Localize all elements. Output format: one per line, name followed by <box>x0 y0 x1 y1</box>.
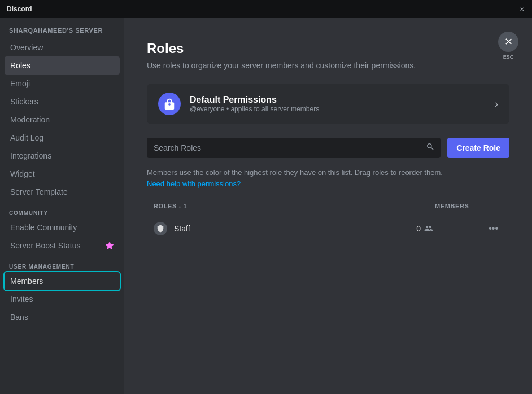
sidebar-item-invites[interactable]: Invites <box>5 290 120 308</box>
close-button[interactable]: ✕ <box>498 32 518 52</box>
search-wrapper <box>147 138 441 158</box>
sidebar-item-moderation[interactable]: Moderation <box>5 111 120 129</box>
maximize-button[interactable]: □ <box>507 6 514 12</box>
page-title: Roles <box>147 41 509 56</box>
sidebar-item-overview[interactable]: Overview <box>5 38 120 56</box>
sidebar: SHARQAHAMEED'S SERVER Overview Roles Emo… <box>0 18 124 394</box>
permissions-icon <box>158 93 181 115</box>
sidebar-item-members[interactable]: Members <box>5 272 120 290</box>
app-title: Discord <box>7 5 32 13</box>
esc-label: ESC <box>503 54 514 60</box>
minimize-button[interactable]: — <box>496 6 503 12</box>
sidebar-section-user-management: USER MANAGEMENT <box>5 255 120 272</box>
role-more-button[interactable]: ••• <box>484 221 503 236</box>
chevron-right-icon: › <box>495 98 498 110</box>
sidebar-item-bans[interactable]: Bans <box>5 308 120 326</box>
permissions-title: Default Permissions <box>190 95 495 105</box>
app-body: SHARQAHAMEED'S SERVER Overview Roles Emo… <box>0 18 532 394</box>
close-window-button[interactable]: ✕ <box>518 6 525 12</box>
default-permissions-card[interactable]: Default Permissions @everyone • applies … <box>147 84 509 124</box>
sidebar-item-server-boost-status[interactable]: Server Boost Status <box>5 237 120 255</box>
sidebar-item-roles[interactable]: Roles <box>5 56 120 75</box>
title-bar: Discord — □ ✕ <box>0 0 532 18</box>
roles-column-header: ROLES - 1 <box>154 203 435 209</box>
sidebar-item-enable-community[interactable]: Enable Community <box>5 218 120 237</box>
create-role-button[interactable]: Create Role <box>447 138 509 158</box>
toolbar-row: Create Role <box>147 138 509 158</box>
sidebar-item-server-template[interactable]: Server Template <box>5 183 120 201</box>
roles-table-header: ROLES - 1 MEMBERS <box>147 203 509 214</box>
close-button-wrapper: ✕ ESC <box>498 32 518 60</box>
permissions-help-link[interactable]: Need help with permissions? <box>147 180 241 188</box>
sidebar-item-audit-log[interactable]: Audit Log <box>5 129 120 147</box>
search-input[interactable] <box>147 138 441 158</box>
server-name: SHARQAHAMEED'S SERVER <box>5 27 120 38</box>
search-icon <box>426 142 435 154</box>
window-controls: — □ ✕ <box>496 6 525 12</box>
permissions-info: Default Permissions @everyone • applies … <box>190 95 495 113</box>
role-name: Staff <box>174 224 416 233</box>
helper-text: Members use the color of the highest rol… <box>147 167 509 189</box>
sidebar-item-emoji[interactable]: Emoji <box>5 75 120 93</box>
sidebar-item-integrations[interactable]: Integrations <box>5 147 120 165</box>
page-subtitle: Use roles to organize your server member… <box>147 61 509 70</box>
role-icon <box>154 222 167 235</box>
sidebar-item-stickers[interactable]: Stickers <box>5 93 120 111</box>
table-row[interactable]: Staff 0 ••• <box>147 214 509 243</box>
main-content: ✕ ESC Roles Use roles to organize your s… <box>124 18 532 394</box>
permissions-subtitle: @everyone • applies to all server member… <box>190 105 495 113</box>
boost-badge-icon <box>105 241 114 250</box>
members-column-header: MEMBERS <box>435 203 503 209</box>
sidebar-item-widget[interactable]: Widget <box>5 165 120 183</box>
role-members-count: 0 <box>416 224 484 233</box>
sidebar-section-community: COMMUNITY <box>5 201 120 218</box>
